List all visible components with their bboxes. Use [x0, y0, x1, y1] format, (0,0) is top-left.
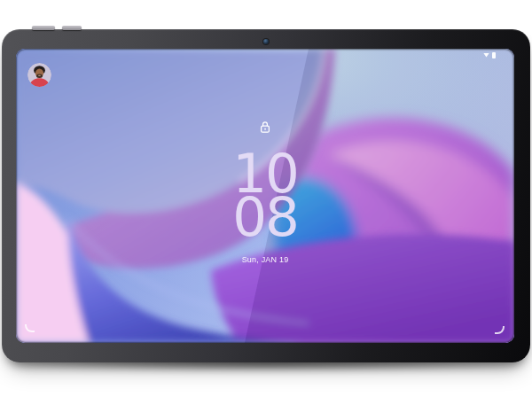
volume-down-button — [62, 26, 82, 30]
status-icons — [483, 51, 496, 58]
battery-icon — [492, 52, 496, 58]
tablet-device: 10 08 Sun, JAN 19 — [2, 29, 530, 362]
product-shot: 10 08 Sun, JAN 19 — [0, 0, 532, 397]
tablet-screen: 10 08 Sun, JAN 19 — [16, 49, 514, 343]
clock-minutes: 08 — [212, 195, 318, 238]
lock-date: Sun, JAN 19 — [212, 255, 318, 264]
front-camera-icon — [263, 39, 269, 44]
volume-up-button — [32, 26, 55, 30]
user-avatar-icon — [27, 63, 51, 87]
lock-icon — [260, 121, 270, 134]
lock-clock: 10 08 — [212, 152, 318, 238]
user-avatar[interactable] — [27, 63, 51, 87]
wifi-icon — [483, 53, 489, 58]
